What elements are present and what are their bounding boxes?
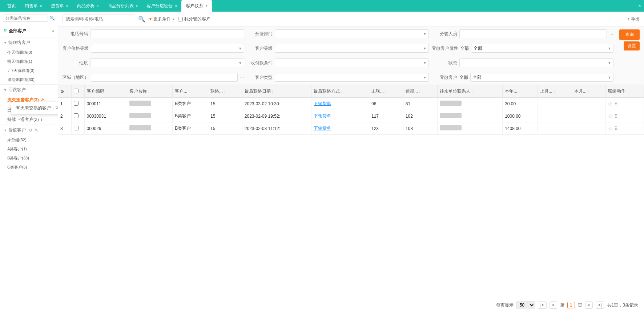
sidebar-item-declining[interactable]: 持续下滑客户(2) ℹ <box>0 115 58 125</box>
row-checkbox[interactable] <box>71 122 84 135</box>
filter-dept-select[interactable] <box>275 29 429 38</box>
more-action-icon[interactable]: ⠿ <box>614 113 618 119</box>
refresh-icon[interactable]: ↺ <box>29 128 32 133</box>
search-button[interactable]: 🔍 <box>138 16 145 23</box>
sidebar-group-returning-title[interactable]: ▼ 回跟客户 <box>0 85 58 95</box>
next-page-button[interactable]: > <box>585 301 593 309</box>
close-icon[interactable]: × <box>205 4 208 8</box>
info-icon: ℹ <box>41 117 43 122</box>
contact-icon[interactable]: ☆ <box>608 126 613 131</box>
my-customers-checkbox-label[interactable]: 我分管的客户 <box>178 16 210 22</box>
tab-customer-contact[interactable]: 客户联系 × <box>181 0 212 12</box>
tab-analysis[interactable]: 商品分析 × <box>73 0 103 12</box>
sidebar-item-a-class[interactable]: A类客户(1) <box>0 145 58 154</box>
export-button[interactable]: ↑ 导出 <box>627 16 640 22</box>
row-index: 3 <box>58 122 71 135</box>
all-customers-header[interactable]: ⠿ 全部客户 « <box>0 25 58 37</box>
tab-sales[interactable]: 销售单 × <box>20 0 47 12</box>
col-last-method[interactable]: 最后联络方式 <box>311 85 369 98</box>
sidebar-item-b-class[interactable]: B类客户(33) <box>0 154 58 163</box>
more-icon[interactable]: ··· <box>240 74 244 80</box>
collapse-icon[interactable]: « <box>52 29 54 33</box>
sidebar-group-pending-title[interactable]: ▼ 待联络客户 <box>0 37 58 48</box>
sidebar-item-7days[interactable]: 近7天待联络(0) <box>0 66 58 75</box>
col-contact-person[interactable]: 往来单位联系人 <box>437 85 502 98</box>
last-page-button[interactable]: >| <box>596 301 604 309</box>
sidebar-item-today[interactable]: 今天待联络(0) <box>0 48 58 57</box>
col-overdue[interactable]: 逾期... <box>403 85 437 98</box>
row-last-method[interactable]: 下销货单 <box>311 110 369 122</box>
filter-zero-select[interactable]: 全部 <box>470 73 613 82</box>
sidebar-search-container: 🔍 <box>0 12 58 25</box>
select-all-checkbox[interactable] <box>74 89 79 93</box>
contact-icon[interactable]: ☆ <box>608 113 613 119</box>
filter-grade-select[interactable] <box>275 44 429 53</box>
sidebar-group-value-title[interactable]: ▼ 价值客户 ↺ ✎ <box>0 125 58 135</box>
window-close-button[interactable]: × <box>638 3 641 9</box>
my-customers-checkbox[interactable] <box>178 17 183 21</box>
tab-home[interactable]: 首页 <box>3 0 20 12</box>
filter-phone-input[interactable] <box>90 29 244 38</box>
filter-price-grade-select[interactable] <box>91 44 244 53</box>
row-un-contact: 117 <box>369 110 403 122</box>
col-un-contact[interactable]: 未联... <box>369 85 403 98</box>
tab-analysis-list[interactable]: 商品分析列表 × <box>103 0 142 12</box>
col-contact[interactable]: 联络... <box>208 85 242 98</box>
sidebar-search-input[interactable] <box>3 15 48 22</box>
more-action-icon[interactable]: ⠿ <box>614 126 618 131</box>
filter-panel: 电话号码 分管部门 ▼ 分管人员 <box>58 27 644 85</box>
col-last-month[interactable]: 上月... <box>538 85 572 98</box>
search-icon[interactable]: 🔍 <box>49 16 55 21</box>
first-page-button[interactable]: |< <box>538 301 547 309</box>
col-this-year[interactable]: 本年... <box>503 85 538 98</box>
contact-icon[interactable]: ☆ <box>608 101 613 107</box>
filter-person-input[interactable] <box>459 29 607 38</box>
col-code[interactable]: 客户编码 <box>84 85 127 98</box>
search-input[interactable] <box>63 15 135 23</box>
settings-button[interactable]: 设置 <box>624 41 640 50</box>
sidebar-item-tomorrow[interactable]: 明天待联络(1) <box>0 57 58 66</box>
row-checkbox[interactable] <box>71 110 84 122</box>
close-icon[interactable]: × <box>175 4 177 8</box>
col-name[interactable]: 客户名称 <box>127 85 173 98</box>
more-action-icon[interactable]: ⠿ <box>614 101 618 107</box>
filter-row-2: 客户价格等级 ▼ 客户等级 ▼ <box>63 44 613 53</box>
close-icon[interactable]: × <box>97 4 99 8</box>
filter-payment-select[interactable] <box>275 58 429 67</box>
edit-icon[interactable]: ✎ <box>35 128 38 133</box>
close-icon[interactable]: × <box>66 4 68 8</box>
table-row: 1 000011 B类客户 15 2023-03-02 10:30: 下销货单 … <box>58 98 644 110</box>
per-page-select[interactable]: 50 20 100 <box>516 301 535 309</box>
row-checkbox[interactable] <box>71 98 84 110</box>
tab-purchase[interactable]: 进货单 × <box>47 0 73 12</box>
sidebar-item-ungroup[interactable]: 未分组(32) <box>0 135 58 145</box>
prev-page-button[interactable]: < <box>550 301 557 309</box>
filter-zero-attr-select[interactable]: 全部 <box>471 44 613 53</box>
row-last-method[interactable]: 下销货单 <box>311 98 369 110</box>
tab-customer-layer[interactable]: 客户分层经营 × <box>142 0 181 12</box>
filter-dept: 分管部门 ▼ <box>247 29 429 38</box>
chevron-down-icon: ▼ <box>4 88 7 92</box>
close-icon[interactable]: × <box>40 4 42 8</box>
row-last-date: 2023-03-02 10:30: <box>242 98 311 110</box>
more-icon[interactable]: ··· <box>609 31 613 37</box>
row-last-method[interactable]: 下销货单 <box>311 122 369 135</box>
sidebar-item-overdue[interactable]: 逾期未联络(30) <box>0 75 58 84</box>
col-type[interactable]: 客户... <box>173 85 208 98</box>
filter-status-select[interactable] <box>459 58 613 67</box>
filter-grade: 客户等级 ▼ <box>247 44 429 53</box>
col-this-month[interactable]: 本月... <box>572 85 606 98</box>
sidebar-item-c-class[interactable]: C类客户(6) <box>0 163 58 172</box>
filter-nature-select[interactable] <box>90 58 244 67</box>
close-icon[interactable]: × <box>136 4 138 8</box>
row-contact-count: 15 <box>208 122 242 135</box>
more-conditions-btn[interactable]: ▼ 更多条件 ▲ <box>148 16 175 22</box>
filter-region-input[interactable] <box>91 73 238 82</box>
row-name <box>127 98 173 110</box>
col-last-date[interactable]: 最后联络日期 <box>242 85 311 98</box>
col-settings[interactable]: ⚙ <box>58 85 71 98</box>
filter-customer-type-select[interactable] <box>275 73 429 82</box>
row-code: 000026 <box>84 122 127 135</box>
filter-person: 分管人员 ··· <box>432 29 613 38</box>
query-button[interactable]: 查询 <box>619 29 640 40</box>
